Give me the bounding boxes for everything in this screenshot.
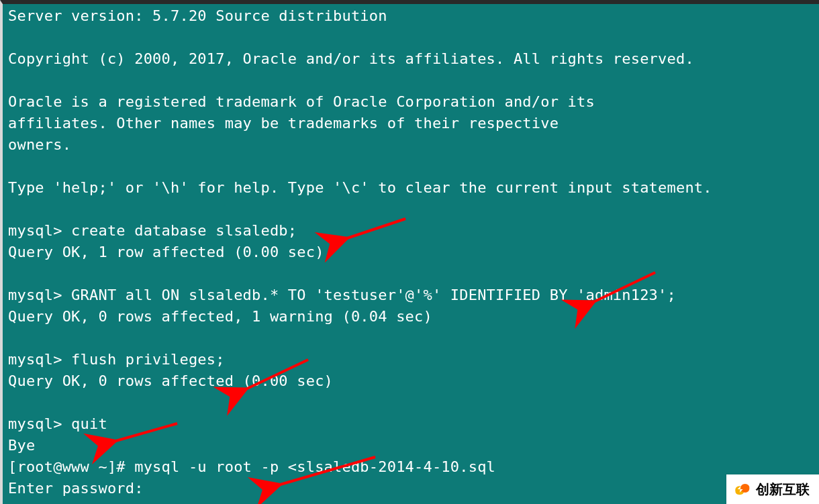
terminal-window[interactable]: Server version: 5.7.20 Source distributi… — [0, 0, 819, 504]
watermark-badge: 创新互联 — [726, 474, 819, 504]
watermark-logo-icon — [733, 481, 751, 498]
terminal-output[interactable]: Server version: 5.7.20 Source distributi… — [3, 4, 819, 499]
watermark-text: 创新互联 — [756, 481, 810, 499]
